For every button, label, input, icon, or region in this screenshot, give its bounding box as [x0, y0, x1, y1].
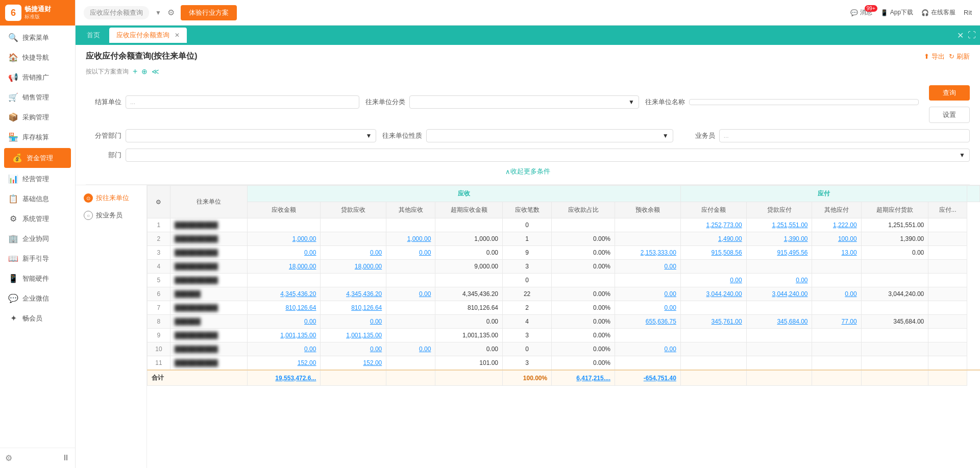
- row-loan-ar[interactable]: 0.00: [321, 315, 386, 329]
- search-settings-icon[interactable]: ⊕: [141, 67, 148, 76]
- row-ap-amount[interactable]: 915,508.56: [680, 246, 746, 260]
- row-loan-ar[interactable]: 0.00: [321, 246, 386, 260]
- top-nav-dropdown-btn[interactable]: ▼: [155, 9, 161, 16]
- jiesuan-input[interactable]: ...: [126, 95, 359, 109]
- row-advance[interactable]: 0.00: [615, 342, 681, 356]
- row-ar-amount[interactable]: 0.00: [247, 342, 321, 356]
- row-advance[interactable]: 2,153,333.00: [615, 246, 681, 260]
- sidebar-item-basic-info[interactable]: 📋基础信息: [0, 189, 75, 209]
- row-ar-amount[interactable]: 0.00: [247, 246, 321, 260]
- row-loan-ar[interactable]: 0.00: [321, 342, 386, 356]
- row-loan-ap[interactable]: 345,684.00: [746, 315, 812, 329]
- row-ar-amount[interactable]: 18,000.00: [247, 260, 321, 274]
- search-back-icon[interactable]: ≪: [152, 67, 159, 76]
- row-other-ar[interactable]: 0.00: [386, 246, 435, 260]
- row-loan-ap[interactable]: 1,390.00: [746, 232, 812, 246]
- row-ar-amount[interactable]: 0.00: [247, 315, 321, 329]
- sidebar-item-finance[interactable]: 💰资金管理: [4, 148, 71, 168]
- unit-nature-select[interactable]: ▼: [426, 129, 673, 142]
- filter-by-salesperson[interactable]: ○ 按业务员: [76, 207, 146, 224]
- tab-home[interactable]: 首页: [80, 28, 107, 43]
- row-ap-amount[interactable]: 1,252,773.00: [680, 218, 746, 232]
- row-ar-amount[interactable]: 152.00: [247, 356, 321, 371]
- top-nav-gear-btn[interactable]: ⚙: [167, 8, 175, 17]
- salesperson-input[interactable]: ...: [719, 129, 970, 142]
- row-loan-ap[interactable]: 1,251,551.00: [746, 218, 812, 232]
- row-loan-ar[interactable]: 4,345,436.20: [321, 287, 386, 301]
- service-label: 在线客服: [931, 8, 955, 17]
- tab-close-window-btn[interactable]: ✕: [957, 31, 964, 40]
- sidebar-item-purchase[interactable]: 📦采购管理: [0, 107, 75, 127]
- sidebar-item-operations[interactable]: 📊经营管理: [0, 169, 75, 189]
- row-loan-ap[interactable]: 915,495.56: [746, 246, 812, 260]
- footer-ap-total[interactable]: -654,751.40: [615, 370, 681, 386]
- dept-select[interactable]: ▼: [126, 149, 970, 162]
- row-ar-amount[interactable]: 810,126.64: [247, 301, 321, 315]
- row-other-ar[interactable]: 0.00: [386, 342, 435, 356]
- search-add-btn[interactable]: +: [133, 67, 137, 76]
- row-ar-amount[interactable]: 4,345,436.20: [247, 287, 321, 301]
- sidebar-item-search-menu[interactable]: 🔍搜索菜单: [0, 28, 75, 47]
- unit-category-select[interactable]: ▼: [409, 95, 639, 109]
- row-other-ap[interactable]: 100.00: [812, 232, 861, 246]
- row-other-ap[interactable]: 13.00: [812, 246, 861, 260]
- row-loan-ar[interactable]: 1,001,135.00: [321, 329, 386, 342]
- row-ar-ratio: [552, 274, 615, 287]
- row-loan-ap[interactable]: 3,044,240.00: [746, 287, 812, 301]
- set-btn[interactable]: 设置: [929, 107, 970, 123]
- row-overdue-ap: [861, 274, 928, 287]
- row-loan-ap[interactable]: 0.00: [746, 274, 812, 287]
- sidebar-item-quick-nav[interactable]: 🏠快捷导航: [0, 47, 75, 67]
- sidebar-item-member[interactable]: ✦畅会员: [0, 308, 75, 328]
- row-advance[interactable]: 655,636.75: [615, 315, 681, 329]
- row-ar-amount[interactable]: 1,000.00: [247, 232, 321, 246]
- row-loan-ar[interactable]: 810,126.64: [321, 301, 386, 315]
- footer-advance[interactable]: 6,417,215....: [552, 370, 615, 386]
- promo-btn[interactable]: 体验行业方案: [181, 5, 237, 20]
- query-btn[interactable]: 查询: [929, 85, 970, 101]
- user-profile-btn[interactable]: Rit: [964, 9, 972, 16]
- row-ap-amount[interactable]: 3,044,240.00: [680, 287, 746, 301]
- col-gear[interactable]: ⚙: [148, 186, 170, 218]
- message-btn[interactable]: 💬 消息 99+: [850, 8, 872, 17]
- row-advance[interactable]: 0.00: [615, 301, 681, 315]
- tab-ar-query[interactable]: 应收应付余额查询 ✕: [109, 28, 187, 43]
- app-download-btn[interactable]: 📱 App下载: [880, 8, 913, 17]
- row-other-ar[interactable]: 0.00: [386, 287, 435, 301]
- sidebar-item-enterprise[interactable]: 🏢企业协同: [0, 229, 75, 249]
- row-other-ar[interactable]: 1,000.00: [386, 232, 435, 246]
- sidebar-settings-btn[interactable]: ⚙: [5, 453, 12, 463]
- row-other-ap[interactable]: 0.00: [812, 287, 861, 301]
- sidebar-item-inventory[interactable]: 🏪库存核算: [0, 127, 75, 147]
- sidebar-collapse-btn[interactable]: ⏸: [62, 453, 70, 463]
- sidebar-item-guide[interactable]: 📖新手引导: [0, 249, 75, 268]
- sidebar-item-system[interactable]: ⚙系统管理: [0, 209, 75, 229]
- tab-close-btn[interactable]: ✕: [175, 32, 180, 39]
- collapse-more-btn[interactable]: ∧ 收起更多条件: [86, 164, 970, 179]
- row-advance[interactable]: 0.00: [615, 287, 681, 301]
- row-ar-amount[interactable]: 1,001,135.00: [247, 329, 321, 342]
- row-other-ap[interactable]: 77.00: [812, 315, 861, 329]
- row-advance[interactable]: 0.00: [615, 260, 681, 274]
- row-loan-ar[interactable]: 18,000.00: [321, 260, 386, 274]
- refresh-btn[interactable]: ↻ 刷新: [949, 52, 970, 61]
- sidebar-item-hardware[interactable]: 📱智能硬件: [0, 268, 75, 288]
- table-area: ⚙ 往来单位 应收 应付 应收金额 贷款应收 其他应收 超期应收金额: [147, 185, 980, 468]
- row-loan-ar[interactable]: 152.00: [321, 356, 386, 371]
- sidebar-item-marketing[interactable]: 📢营销推广: [0, 67, 75, 87]
- row-ap-amount[interactable]: 1,490.00: [680, 232, 746, 246]
- unit-name-input[interactable]: [689, 99, 919, 105]
- online-service-btn[interactable]: 🎧 在线客服: [921, 8, 955, 17]
- sidebar-item-sales[interactable]: 🛒销售管理: [0, 87, 75, 107]
- row-ar-ratio: 0.00%: [552, 246, 615, 260]
- fenguan-select[interactable]: ▼: [126, 129, 376, 142]
- row-ap-amount[interactable]: 0.00: [680, 274, 746, 287]
- export-btn[interactable]: ⬆ 导出: [924, 52, 945, 61]
- filter-by-unit[interactable]: ⊙ 按往来单位: [76, 189, 146, 207]
- footer-ar-total[interactable]: 19,553,472.6...: [247, 370, 321, 386]
- tab-bar-actions: ✕ ⛶: [957, 31, 976, 40]
- row-ap-amount[interactable]: 345,761.00: [680, 315, 746, 329]
- row-other-ap[interactable]: 1,222.00: [812, 218, 861, 232]
- sidebar-item-weixin[interactable]: 💬企业微信: [0, 288, 75, 308]
- tab-expand-btn[interactable]: ⛶: [968, 31, 976, 40]
